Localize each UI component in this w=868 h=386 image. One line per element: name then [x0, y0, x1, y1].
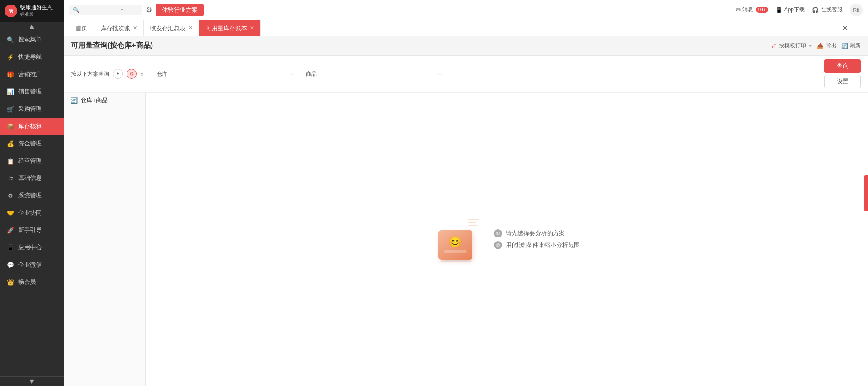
tab-summary-label: 收发存汇总表	[150, 24, 186, 32]
phone-icon: 📱	[776, 7, 782, 13]
sidebar-item-members[interactable]: 👑 畅会员	[0, 273, 64, 291]
sidebar-item-label: 系统管理	[18, 191, 42, 200]
export-label: 导出	[826, 42, 837, 50]
hint-num-1: ①	[494, 229, 502, 237]
refresh-button[interactable]: 🔄 刷新	[841, 42, 861, 50]
sidebar-item-label: 销售管理	[18, 87, 42, 96]
sidebar-item-basic[interactable]: 🗂 基础信息	[0, 170, 64, 187]
scheme-settings-button[interactable]: ⚙	[127, 69, 137, 79]
headset-icon: 🎧	[812, 7, 819, 13]
online-service-button[interactable]: 🎧 在线客服	[812, 6, 843, 14]
sidebar-brand: 畅康通好生意 标准版	[20, 4, 53, 18]
message-button[interactable]: ✉ 消息 99+	[736, 6, 768, 14]
content-area: 按以下方案查询 + ⚙ « 仓库 ··· 商品 ··· 查询 设置	[64, 56, 868, 386]
sidebar-item-marketing[interactable]: 🎁 营销推广	[0, 66, 64, 83]
sidebar-item-operations[interactable]: 📋 经营管理	[0, 152, 64, 170]
settings-button[interactable]: 设置	[824, 75, 861, 88]
scheme-item-warehouse-goods[interactable]: 🔄 仓库+商品	[64, 93, 145, 108]
sidebar-title: 畅康通好生意	[20, 4, 53, 11]
close-window-button[interactable]: ✕	[840, 24, 850, 32]
tabs-bar: 首页 库存批次账 ✕ 收发存汇总表 ✕ 可用量库存账本 ✕ ✕ ⛶	[64, 20, 868, 36]
sidebar-item-inventory[interactable]: 📦 库存核算	[0, 118, 64, 135]
collapse-button[interactable]: «	[140, 70, 144, 77]
export-icon: 📤	[817, 43, 824, 49]
sidebar-item-label: 新手引导	[18, 226, 42, 234]
sidebar-item-purchase[interactable]: 🛒 采购管理	[0, 100, 64, 118]
sync-icon: 🔄	[70, 97, 78, 104]
content-main: 🔄 仓库+商品	[64, 93, 868, 386]
sidebar-subtitle: 标准版	[20, 11, 53, 18]
topbar-search-input[interactable]	[81, 7, 118, 13]
scheme-item-label: 仓库+商品	[81, 96, 108, 104]
tab-summary[interactable]: 收发存汇总表 ✕	[144, 20, 199, 36]
chevron-down-icon[interactable]: ▼	[120, 7, 124, 12]
avatar[interactable]: Rit	[850, 4, 863, 16]
hint-text-1: 请先选择要分析的方案	[506, 229, 565, 237]
warehouse-input[interactable]	[171, 69, 285, 79]
search-icon-small: 🔍	[73, 7, 80, 13]
print-button[interactable]: 🖨 按模板打印 ▼	[772, 42, 812, 50]
handshake-icon: 🤝	[6, 209, 15, 217]
sidebar-item-wechat[interactable]: 💬 企业微信	[0, 256, 64, 273]
hint-item-2: ② 用[过滤]条件来缩小分析范围	[494, 241, 580, 249]
hint-text-2: 用[过滤]条件来缩小分析范围	[506, 241, 580, 249]
sidebar-item-label: 营销推广	[18, 70, 42, 78]
warehouse-filter: 仓库 ···	[157, 69, 293, 79]
sidebar-scroll-down[interactable]: ▼	[28, 378, 36, 385]
sidebar-item-appstore[interactable]: 📱 应用中心	[0, 239, 64, 256]
right-scroll-handle[interactable]	[864, 175, 868, 211]
warehouse-label: 仓库	[157, 70, 168, 78]
tab-batch-close[interactable]: ✕	[133, 25, 137, 31]
sidebar-item-finance[interactable]: 💰 资金管理	[0, 135, 64, 152]
sidebar-item-label: 采购管理	[18, 105, 42, 113]
sidebar-item-search[interactable]: 🔍 搜索菜单	[0, 31, 64, 48]
sidebar-item-enterprise[interactable]: 🤝 企业协同	[0, 204, 64, 221]
sidebar-item-label: 资金管理	[18, 139, 42, 148]
scheme-label: 按以下方案查询	[71, 70, 109, 78]
sidebar-item-shortcuts[interactable]: ⚡ 快捷导航	[0, 48, 64, 66]
tab-batch-label: 库存批次账	[101, 24, 130, 32]
gear-icon[interactable]: ⚙	[146, 5, 152, 14]
sidebar-item-sales[interactable]: 📊 销售管理	[0, 83, 64, 100]
goods-more-button[interactable]: ···	[438, 71, 442, 77]
mobile-icon: 📱	[6, 243, 15, 252]
sidebar-item-system[interactable]: ⚙ 系统管理	[0, 187, 64, 204]
box-icon: 📦	[6, 122, 15, 130]
page-header-actions: 🖨 按模板打印 ▼ 📤 导出 🔄 刷新	[772, 42, 861, 50]
add-scheme-button[interactable]: +	[113, 69, 123, 79]
goods-filter: 商品 ···	[306, 69, 442, 79]
app-download-button[interactable]: 📱 App下载	[776, 6, 805, 14]
query-button[interactable]: 查询	[824, 59, 861, 73]
tab-home[interactable]: 首页	[69, 20, 94, 36]
app-download-label: App下载	[784, 6, 805, 14]
money-icon: 💰	[6, 139, 15, 148]
tab-available-close[interactable]: ✕	[250, 25, 254, 31]
expand-window-button[interactable]: ⛶	[852, 24, 863, 32]
print-chevron-icon[interactable]: ▼	[808, 43, 812, 48]
refresh-label: 刷新	[850, 42, 861, 50]
sidebar-item-label: 快捷导航	[18, 53, 42, 61]
empty-state: 😊 ① 请先选择要分析的方案 ②	[434, 219, 580, 260]
export-button[interactable]: 📤 导出	[817, 42, 837, 50]
goods-input[interactable]	[320, 69, 434, 79]
tab-available[interactable]: 可用量库存账本 ✕	[199, 20, 261, 36]
scheme-sidebar: 🔄 仓库+商品	[64, 93, 146, 386]
tab-summary-close[interactable]: ✕	[188, 25, 193, 31]
page-title: 可用量查询(按仓库+商品)	[71, 41, 153, 51]
message-label: 消息	[742, 6, 753, 14]
warehouse-more-button[interactable]: ···	[289, 71, 293, 77]
empty-state-container: 😊 ① 请先选择要分析的方案 ②	[146, 93, 868, 386]
tab-batch[interactable]: 库存批次账 ✕	[94, 20, 144, 36]
sidebar: 畅 畅康通好生意 标准版 ▲ 🔍 搜索菜单 ⚡ 快捷导航 🎁 营销推广 📊 销售…	[0, 0, 64, 386]
sidebar-item-label: 库存核算	[18, 122, 42, 130]
trial-button[interactable]: 体验行业方案	[156, 4, 204, 16]
sidebar-item-label: 应用中心	[18, 243, 42, 252]
sidebar-item-label: 经营管理	[18, 157, 42, 165]
topbar-search-box[interactable]: 🔍 ▼	[69, 5, 142, 15]
empty-hints: ① 请先选择要分析的方案 ② 用[过滤]条件来缩小分析范围	[494, 229, 580, 249]
folder-icon: 🗂	[6, 174, 15, 182]
online-service-label: 在线客服	[821, 6, 843, 14]
sidebar-item-newbie[interactable]: 🚀 新手引导	[0, 221, 64, 239]
search-icon: 🔍	[6, 36, 15, 44]
sidebar-scroll-up[interactable]: ▲	[28, 23, 36, 30]
